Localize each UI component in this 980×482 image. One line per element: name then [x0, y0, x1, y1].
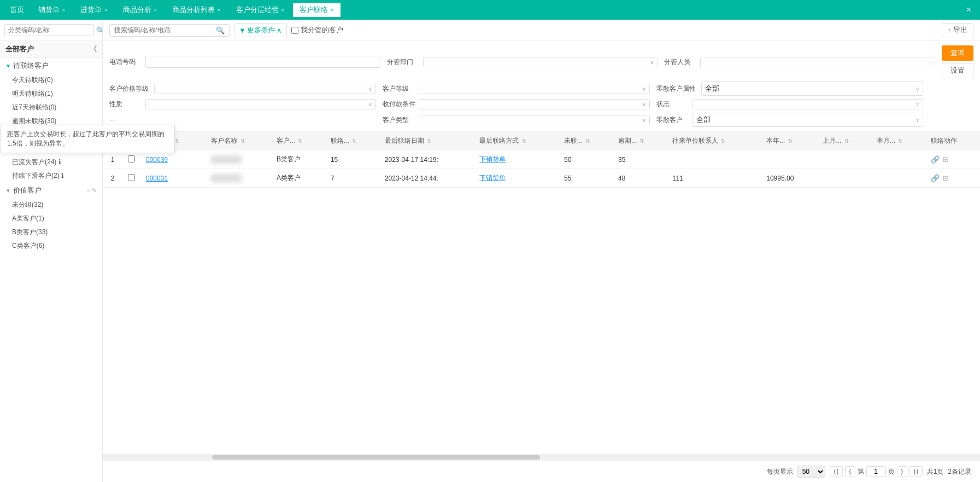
prev-page-button[interactable]: ⟨	[845, 466, 855, 477]
row-1-checkbox[interactable]	[128, 155, 135, 162]
close-sales-tab[interactable]: ×	[62, 7, 65, 13]
scrollbar-thumb[interactable]	[212, 455, 540, 460]
select-price-grade[interactable]: ∨	[154, 84, 376, 94]
td-actions-1[interactable]: 🔗 ⊞	[925, 150, 980, 169]
filter-bar: 🔍 ▼ 更多条件 ∧ 我分管的客户 ↑ 导出	[103, 20, 980, 41]
nav-tab-analysis-list[interactable]: 商品分析列表 ×	[166, 3, 227, 17]
sidebar-item-class-a[interactable]: A类客户(1)	[0, 212, 102, 225]
nav-tab-sales[interactable]: 销货单 ×	[32, 3, 72, 17]
window-close-button[interactable]: ×	[962, 5, 976, 15]
nav-tab-purchase[interactable]: 进货单 ×	[74, 3, 114, 17]
my-customer-checkbox[interactable]	[291, 27, 298, 34]
sidebar-search-input[interactable]	[4, 24, 94, 36]
input-phone[interactable]	[145, 56, 380, 68]
sidebar-value-group[interactable]: ▼ 价值客户 ○ ✎	[0, 183, 102, 198]
tree-group-pending[interactable]: ▼ 待联络客户	[0, 58, 102, 73]
close-customer-tier-tab[interactable]: ×	[281, 7, 284, 13]
action-icons-1: 🔗 ⊞	[931, 155, 975, 164]
my-customer-checkbox-wrap[interactable]: 我分管的客户	[291, 25, 343, 35]
filter-row-phone: 电话号码	[109, 45, 380, 78]
select-customer-type[interactable]: ∨	[419, 115, 649, 125]
close-customer-contact-tab[interactable]: ×	[330, 7, 333, 13]
sidebar-item-class-b[interactable]: B类客户(33)	[0, 225, 102, 239]
settings-button[interactable]: 设置	[942, 63, 973, 78]
select-customer-grade[interactable]: ∨	[419, 84, 649, 94]
td-contact-count-2: 7	[325, 169, 379, 188]
per-page-select[interactable]: 50 100 200	[797, 466, 825, 478]
query-button[interactable]: 查询	[942, 45, 973, 61]
sidebar-search-icon[interactable]: 🔍	[96, 26, 103, 34]
label-scatter-attr: 零散客户属性	[656, 84, 698, 94]
customer-table: ⚙ 客户编码 ⇅ 客户名称 ⇅ 客户... ⇅ 联络... ⇅ 最后联络日期 ⇅…	[103, 132, 980, 188]
page-suffix: 页	[888, 467, 895, 477]
select-status[interactable]: ∨	[693, 99, 923, 109]
total-records-label: 2条记录	[948, 467, 971, 477]
first-page-button[interactable]: ⟨⟨	[830, 466, 843, 477]
label-dept: 分管部门	[387, 57, 420, 67]
close-analysis-list-tab[interactable]: ×	[217, 7, 220, 13]
label-status: 状态	[656, 100, 689, 109]
sidebar-item-declining[interactable]: 持续下滑客户(2) ℹ	[0, 169, 102, 183]
tree-group-label-text: 待联络客户	[13, 61, 49, 71]
td-overdue-1: 35	[613, 150, 667, 169]
page-nav: ⟨⟨ ⟨ 第 页 ⟩ ⟩⟩	[830, 466, 923, 477]
action-icon-grid-1[interactable]: ⊞	[943, 155, 949, 164]
page-number-input[interactable]	[866, 466, 886, 477]
th-contact-count: 联络... ⇅	[325, 132, 379, 150]
select-nature[interactable]: ∨	[145, 99, 376, 109]
td-contact-count-1: 15	[325, 150, 379, 169]
filter-row-nature: 性质 ∨	[109, 99, 376, 109]
select-payment[interactable]: ∨	[419, 99, 649, 109]
horizontal-scrollbar[interactable]	[103, 454, 980, 461]
filter-row-person: 分管人员 ···	[664, 45, 935, 78]
sidebar-item-class-c[interactable]: C类客户(6)	[0, 239, 102, 253]
sidebar-item-today[interactable]: 今天待联络(0)	[0, 73, 102, 87]
select-scatter-attr[interactable]: 全部 ∨	[701, 82, 923, 96]
nav-tab-home[interactable]: 首页	[4, 3, 30, 17]
nav-tab-customer-contact[interactable]: 客户联络 ×	[293, 3, 340, 17]
th-overdue: 逾期... ⇅	[613, 132, 667, 150]
label-price-grade: 客户价格等级	[109, 84, 151, 94]
filter-icon: ▼	[239, 26, 246, 34]
td-code-2[interactable]: 000031	[140, 169, 206, 188]
select-scatter-customer[interactable]: 全部 ∨	[693, 113, 923, 127]
main-search-icon[interactable]: 🔍	[216, 26, 225, 34]
per-page-label: 每页显示	[767, 467, 793, 477]
export-button[interactable]: ↑ 导出	[942, 23, 974, 37]
nav-tab-customer-tier[interactable]: 客户分层经营 ×	[230, 3, 291, 17]
select-scatter-attr-value: 全部	[705, 84, 719, 94]
close-purchase-tab[interactable]: ×	[104, 7, 107, 13]
td-last-contact-method-2[interactable]: 下销货单	[474, 169, 559, 188]
th-name: 客户名称 ⇅	[206, 132, 271, 150]
label-nature: 性质	[109, 100, 142, 109]
td-last-contact-method-1[interactable]: 下销货单	[474, 150, 559, 169]
export-icon: ↑	[948, 26, 952, 34]
action-icon-link-2[interactable]: 🔗	[931, 174, 940, 182]
select-person-arrow: ···	[927, 59, 931, 65]
sidebar-item-churned[interactable]: 已流失客户(24) ℹ	[0, 155, 102, 169]
next-page-button[interactable]: ⟩	[897, 466, 907, 477]
th-type: 客户... ⇅	[271, 132, 325, 150]
filter-row-price-grade: 客户价格等级 ∨	[109, 82, 376, 96]
sidebar-item-7days[interactable]: 近7天待联络(0)	[0, 101, 102, 114]
sidebar-collapse-icon[interactable]: 《	[90, 44, 97, 54]
th-not-contacted: 未联... ⇅	[559, 132, 613, 150]
more-conditions-button[interactable]: ▼ 更多条件 ∧	[234, 23, 287, 37]
action-icon-grid-2[interactable]: ⊞	[943, 174, 949, 182]
sidebar-item-ungroup[interactable]: 未分组(32)	[0, 198, 102, 212]
select-dept[interactable]: ∨	[423, 57, 658, 67]
close-analysis-tab[interactable]: ×	[154, 7, 157, 13]
main-search-input[interactable]	[114, 26, 216, 34]
td-contact-person-1	[667, 150, 761, 169]
last-page-button[interactable]: ⟩⟩	[909, 466, 923, 477]
sidebar-item-tomorrow[interactable]: 明天待联络(1)	[0, 87, 102, 101]
action-icon-link-1[interactable]: 🔗	[931, 155, 940, 164]
content-area: 🔍 ▼ 更多条件 ∧ 我分管的客户 ↑ 导出 电话号码	[103, 20, 980, 482]
td-last-month-1	[817, 150, 871, 169]
nav-tab-analysis[interactable]: 商品分析 ×	[116, 3, 163, 17]
select-person[interactable]: ···	[700, 57, 935, 67]
td-actions-2[interactable]: 🔗 ⊞	[925, 169, 980, 188]
td-this-month-2	[871, 169, 925, 188]
sidebar-search-area: 🔍	[0, 20, 102, 41]
row-2-checkbox[interactable]	[128, 174, 135, 181]
